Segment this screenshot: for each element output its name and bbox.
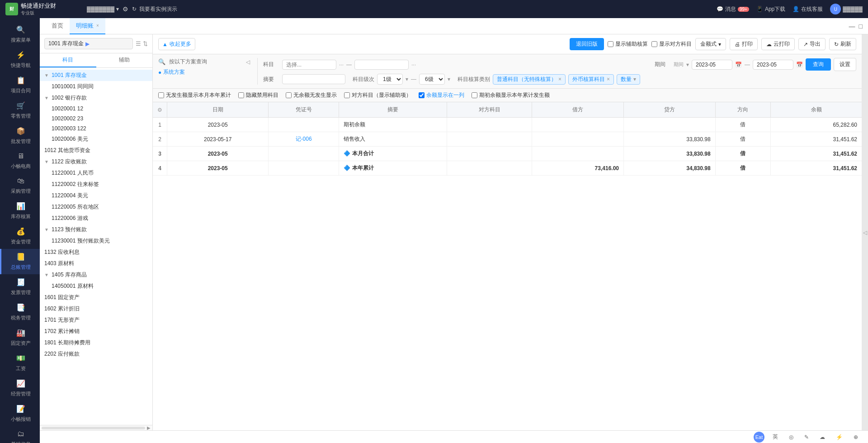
filter-search-icon[interactable]: 🔍 xyxy=(158,58,165,65)
table-settings-icon[interactable]: ⚙ xyxy=(157,107,162,113)
collapse-more-btn[interactable]: ▲ 收起更多 xyxy=(158,38,195,50)
tree-collapse-icon[interactable]: ⇅ xyxy=(143,40,148,47)
account-selector[interactable]: 1001 库存现金 ▶ xyxy=(44,38,133,49)
opening-balance-input[interactable] xyxy=(472,92,477,98)
sidebar-item-assets[interactable]: 🏭 固定资产 xyxy=(0,325,40,350)
tree-node-11220004[interactable]: 11220004 美元 xyxy=(40,190,152,201)
sidebar-item-payroll[interactable]: 💵 工资 xyxy=(0,350,40,376)
tree-node-1132[interactable]: 1132 应收利息 xyxy=(40,247,152,258)
sidebar-item-retail[interactable]: 🛒 零售管理 xyxy=(0,98,40,123)
bottom-plus-btn[interactable]: ⊕ xyxy=(851,433,861,441)
message-btn[interactable]: 💬 消息 99+ xyxy=(717,5,749,13)
tree-node-1801[interactable]: 1801 长期待摊费用 xyxy=(40,337,152,348)
sidebar-item-inventory[interactable]: 📊 库存核算 xyxy=(0,198,40,224)
no-balance-input[interactable] xyxy=(158,92,164,98)
tree-node-10020003[interactable]: 10020003 122 xyxy=(40,124,152,133)
subject-input2[interactable] xyxy=(354,60,409,70)
format-btn[interactable]: 金额式 ▾ xyxy=(695,38,726,50)
bottom-edit-btn[interactable]: ✎ xyxy=(802,433,811,441)
balance-one-input[interactable] xyxy=(419,92,425,98)
tree-node-10020006[interactable]: 10020006 美元 xyxy=(40,133,152,145)
period-end-input[interactable] xyxy=(753,60,793,70)
show-aux-input[interactable] xyxy=(608,41,613,47)
bottom-flash-btn[interactable]: ⚡ xyxy=(833,433,845,441)
window-maximize-icon[interactable]: □ xyxy=(859,23,863,30)
sidebar-item-sales-report[interactable]: 📝 小畅报销 xyxy=(0,401,40,426)
bottom-lang-btn[interactable]: 英 xyxy=(770,432,781,442)
setting-btn[interactable]: 设置 xyxy=(834,58,856,71)
sidebar-item-wholesale[interactable]: 📦 批发管理 xyxy=(0,123,40,148)
nav-dropdown[interactable]: ▓▓▓▓▓▓▓ ▾ xyxy=(87,6,119,12)
tree-node-10020001[interactable]: 10020001 12 xyxy=(40,104,152,114)
tree-node-1001[interactable]: ▼ 1001 库存现金 xyxy=(40,70,152,81)
back-to-old-btn[interactable]: 退回旧版 xyxy=(570,38,604,50)
tree-node-1405[interactable]: ▼ 1405 库存商品 xyxy=(40,269,152,281)
period-calendar-icon[interactable]: 📅 xyxy=(735,62,742,68)
gear-icon[interactable]: ⚙ xyxy=(123,5,128,13)
tree-node-2202[interactable]: 2202 应付账款 xyxy=(40,348,152,360)
subject-more-icon2[interactable]: ··· xyxy=(411,62,416,68)
tree-node-11220005[interactable]: 11220005 所在地区 xyxy=(40,201,152,213)
sidebar-item-project[interactable]: 📋 项目合同 xyxy=(0,72,40,98)
sidebar-item-invoice[interactable]: 🧾 发票管理 xyxy=(0,274,40,300)
app-download-btn[interactable]: 📱 App下载 xyxy=(756,5,785,13)
refresh-btn[interactable]: ↻ 刷新 xyxy=(829,38,856,50)
tree-node-11220006[interactable]: 11220006 游戏 xyxy=(40,213,152,224)
system-scheme-link[interactable]: ● 系统方案 xyxy=(158,68,250,76)
summary-input[interactable] xyxy=(282,74,345,84)
tree-node-10020002[interactable]: 10020002 23 xyxy=(40,114,152,124)
tree-node-10010001[interactable]: 10010001 同同同 xyxy=(40,81,152,92)
sidebar-item-search[interactable]: 🔍 搜索菜单 xyxy=(0,22,40,47)
sidebar-item-purchase[interactable]: 🛍 采购管理 xyxy=(0,173,40,198)
sidebar-item-tax[interactable]: 📑 税务管理 xyxy=(0,300,40,325)
tab-detail[interactable]: 明细账 × xyxy=(70,18,105,34)
demo-link[interactable]: ↻ 我要看实例演示 xyxy=(132,5,177,13)
hide-disabled-input[interactable] xyxy=(238,92,244,98)
sidebar-item-operations[interactable]: 📈 经营管理 xyxy=(0,376,40,401)
horizontal-scrollbar[interactable] xyxy=(42,427,145,429)
tree-node-1602[interactable]: 1602 累计折旧 xyxy=(40,303,152,314)
tree-node-11230001[interactable]: 11230001 预付账款美元 xyxy=(40,235,152,247)
bottom-target-btn[interactable]: ◎ xyxy=(786,433,796,441)
tag-normal-close[interactable]: × xyxy=(558,76,561,82)
tree-node-1002[interactable]: ▼ 1002 银行存款 xyxy=(40,92,152,104)
query-btn[interactable]: 查询 xyxy=(806,58,831,71)
right-collapse-handle[interactable]: ◁ xyxy=(862,34,868,430)
export-btn[interactable]: ↗ 导出 xyxy=(798,38,826,50)
print-btn[interactable]: 🖨 打印 xyxy=(730,38,758,50)
window-minimize-icon[interactable]: — xyxy=(849,23,855,30)
online-service-btn[interactable]: 👤 在线客服 xyxy=(793,5,823,13)
bottom-cloud-btn[interactable]: ☁ xyxy=(817,433,828,441)
subject-level-start-select[interactable]: 1级 2级 xyxy=(377,74,403,85)
show-opposite-input[interactable] xyxy=(651,41,657,47)
user-area[interactable]: U ▓▓▓▓▓ xyxy=(830,4,863,14)
tag-quantity-expand[interactable]: ▾ xyxy=(633,76,636,82)
sidebar-item-base-info[interactable]: 🗂 基础信息 xyxy=(0,426,40,443)
filter-collapse-icon[interactable]: ◁ xyxy=(246,59,250,65)
sidebar-item-quick-nav[interactable]: ⚡ 快捷导航 xyxy=(0,47,40,72)
eat-btn[interactable]: Eat xyxy=(754,432,764,443)
tree-node-1403[interactable]: 1403 原材料 xyxy=(40,258,152,269)
tree-node-1601[interactable]: 1601 固定资产 xyxy=(40,292,152,303)
subject-input[interactable] xyxy=(282,60,336,70)
tree-node-1012[interactable]: 1012 其他货币资金 xyxy=(40,145,152,156)
tab-home[interactable]: 首页 xyxy=(45,18,70,34)
tree-node-11220002[interactable]: 11220002 往来标签 xyxy=(40,179,152,190)
sidebar-item-accounting[interactable]: 📒 总账管理 xyxy=(0,249,40,274)
tag-foreign-close[interactable]: × xyxy=(607,76,610,82)
tab-aux[interactable]: 辅助 xyxy=(96,53,153,67)
cloud-print-btn[interactable]: ☁ 云打印 xyxy=(761,38,795,50)
scroll-right-icon[interactable]: ▶ xyxy=(147,425,151,430)
tree-list-icon[interactable]: ☰ xyxy=(136,40,141,47)
opposite-input[interactable] xyxy=(344,92,350,98)
tree-node-1702[interactable]: 1702 累计摊销 xyxy=(40,326,152,337)
tree-node-1122[interactable]: ▼ 1122 应收账款 xyxy=(40,156,152,167)
sidebar-item-ecommerce[interactable]: 🖥 小畅电商 xyxy=(0,148,40,173)
tree-node-14050001[interactable]: 14050001 原材料 xyxy=(40,281,152,292)
sidebar-item-capital[interactable]: 💰 资金管理 xyxy=(0,224,40,249)
tab-close-icon[interactable]: × xyxy=(96,23,99,28)
period-calendar-icon2[interactable]: 📅 xyxy=(796,62,803,68)
tree-node-11220001[interactable]: 11220001 人民币 xyxy=(40,167,152,179)
subject-more-icon[interactable]: ··· xyxy=(339,62,344,68)
period-type-icon[interactable]: ▾ xyxy=(686,62,689,68)
